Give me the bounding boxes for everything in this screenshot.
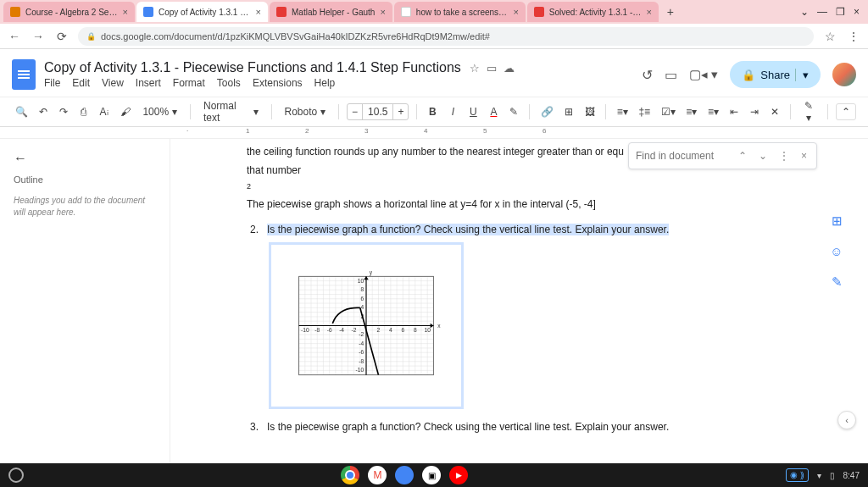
files-icon[interactable]	[395, 466, 414, 484]
browser-tab[interactable]: Solved: Activity 1.3.1 - Piecew ×	[527, 2, 659, 22]
close-icon[interactable]: ×	[513, 7, 518, 17]
launcher-icon[interactable]	[8, 468, 24, 483]
move-icon[interactable]: ▭	[487, 62, 497, 75]
avatar[interactable]	[832, 63, 856, 86]
meet-icon[interactable]: ▣	[422, 466, 441, 484]
outdent-button[interactable]: ⇤	[726, 103, 742, 120]
underline-button[interactable]: U	[465, 103, 481, 120]
close-icon[interactable]: ×	[798, 148, 810, 163]
zoom-dropdown[interactable]: 100% ▾	[137, 103, 182, 120]
italic-button[interactable]: I	[445, 103, 460, 120]
wifi-icon[interactable]: ▾	[817, 471, 821, 480]
bulleted-list-button[interactable]: ≡▾	[682, 103, 699, 120]
question-text[interactable]: Is the piecewise graph a function? Check…	[267, 224, 669, 235]
browser-tab[interactable]: how to take a screenshot on a ×	[394, 2, 526, 22]
numbered-list-button[interactable]: ≡▾	[704, 103, 721, 120]
increase-button[interactable]: +	[393, 104, 408, 119]
star-icon[interactable]: ☆	[822, 30, 837, 43]
print-button[interactable]: ⎙	[76, 103, 92, 120]
menu-extensions[interactable]: Extensions	[253, 77, 303, 89]
link-button[interactable]: 🔗	[537, 103, 556, 120]
question-number[interactable]: 2.	[247, 224, 259, 235]
question-text[interactable]: Is the piecewise graph a function? Check…	[267, 421, 704, 433]
find-input[interactable]	[636, 150, 729, 162]
highlight-button[interactable]: ✎	[506, 103, 521, 120]
body-text[interactable]: The piecewise graph shows a horizontal l…	[247, 196, 704, 212]
document-title[interactable]: Copy of Activity 1.3.1 - Piecewise Funct…	[44, 60, 461, 75]
back-icon[interactable]: ←	[14, 151, 27, 166]
search-icon[interactable]: 🔍	[12, 103, 31, 120]
menu-edit[interactable]: Edit	[72, 77, 90, 89]
menu-file[interactable]: File	[44, 77, 60, 89]
cloud-icon[interactable]: ☁	[504, 62, 515, 75]
spellcheck-button[interactable]: Aᵢ	[97, 103, 112, 120]
battery-icon[interactable]: ▯	[830, 471, 835, 480]
redo-button[interactable]: ↷	[56, 103, 71, 120]
close-icon[interactable]: ×	[854, 6, 860, 18]
minimize-icon[interactable]: —	[817, 6, 827, 18]
find-next-button[interactable]: ⌄	[756, 148, 770, 163]
chrome-icon[interactable]	[341, 466, 359, 484]
kebab-icon[interactable]: ⋮	[846, 30, 861, 43]
graph-image[interactable]: -10-8-6-4-2246810-10-8-6-4-2246810xy	[269, 242, 464, 409]
clear-format-button[interactable]: ✕	[767, 103, 782, 120]
menu-insert[interactable]: Insert	[136, 77, 161, 89]
checklist-button[interactable]: ☑▾	[658, 103, 677, 120]
explore-button[interactable]: ‹	[837, 411, 856, 429]
new-tab-button[interactable]: +	[660, 5, 681, 19]
ruler[interactable]: · 1 2 3 4 5 6	[0, 127, 868, 139]
question-number[interactable]: 3.	[247, 421, 259, 433]
add-comment-icon[interactable]: ⊞	[827, 213, 846, 232]
menu-format[interactable]: Format	[173, 77, 205, 89]
text-color-button[interactable]: A	[486, 103, 501, 120]
browser-tab[interactable]: Copy of Activity 1.3.1 - Piecew ×	[136, 2, 268, 22]
chevron-down-icon[interactable]: ▾	[795, 69, 809, 81]
collapse-toolbar-button[interactable]: ⌃	[836, 103, 856, 120]
font-dropdown[interactable]: Roboto ▾	[279, 103, 331, 120]
line-spacing-button[interactable]: ‡≡	[635, 103, 652, 120]
align-button[interactable]: ≡▾	[614, 103, 631, 120]
kebab-icon[interactable]: ⋮	[776, 148, 792, 163]
gmail-icon[interactable]: M	[368, 466, 387, 484]
decrease-button[interactable]: −	[348, 104, 362, 119]
browser-tab[interactable]: Matlab Helper - Gauth ×	[270, 2, 392, 22]
reload-button[interactable]: ⟳	[54, 30, 70, 43]
paint-format-button[interactable]: 🖌	[117, 103, 133, 120]
image-button[interactable]: 🖼	[581, 103, 598, 120]
bold-button[interactable]: B	[425, 103, 440, 120]
star-icon[interactable]: ☆	[470, 62, 480, 75]
comment-icon[interactable]: ▭	[665, 67, 677, 83]
share-button[interactable]: 🔒 Share ▾	[730, 61, 821, 88]
screencast-icon[interactable]: ◉ ⸩	[786, 468, 809, 482]
close-icon[interactable]: ×	[123, 7, 128, 17]
menu-view[interactable]: View	[102, 77, 124, 89]
undo-button[interactable]: ↶	[36, 103, 51, 120]
close-icon[interactable]: ×	[380, 7, 385, 17]
youtube-icon[interactable]: ▶	[449, 466, 468, 484]
style-dropdown[interactable]: Normal text ▾	[198, 97, 264, 126]
chevron-down-icon[interactable]: ⌄	[800, 6, 809, 18]
forward-button[interactable]: →	[31, 30, 46, 43]
docs-logo[interactable]	[12, 59, 36, 90]
close-icon[interactable]: ×	[646, 7, 651, 17]
font-size-value[interactable]: 10.5	[362, 104, 393, 119]
menu-help[interactable]: Help	[314, 77, 336, 89]
restore-icon[interactable]: ❐	[836, 6, 845, 18]
document-canvas[interactable]: the ceiling function rounds up any numbe…	[170, 139, 868, 463]
editing-mode-button[interactable]: ✎ ▾	[798, 97, 821, 126]
history-icon[interactable]: ↺	[642, 67, 653, 83]
indent-button[interactable]: ⇥	[747, 103, 762, 120]
find-prev-button[interactable]: ⌃	[736, 148, 749, 163]
menu-tools[interactable]: Tools	[217, 77, 241, 89]
comment-button[interactable]: ⊞	[561, 103, 576, 120]
emoji-icon[interactable]: ☺	[827, 244, 846, 263]
clock[interactable]: 8:47	[843, 471, 860, 480]
browser-tab[interactable]: Course - Algebra 2 Sem2 | Gre ×	[3, 2, 135, 22]
suggest-icon[interactable]: ✎	[827, 274, 846, 293]
url-field[interactable]: 🔒 docs.google.com/document/d/1pzKiKMQLVB…	[78, 27, 814, 46]
body-text[interactable]: 2	[247, 181, 704, 193]
font-size-stepper[interactable]: − 10.5 +	[347, 103, 409, 120]
close-icon[interactable]: ×	[256, 7, 261, 17]
back-button[interactable]: ←	[7, 30, 22, 43]
meet-icon[interactable]: ▢◂ ▾	[689, 67, 718, 82]
